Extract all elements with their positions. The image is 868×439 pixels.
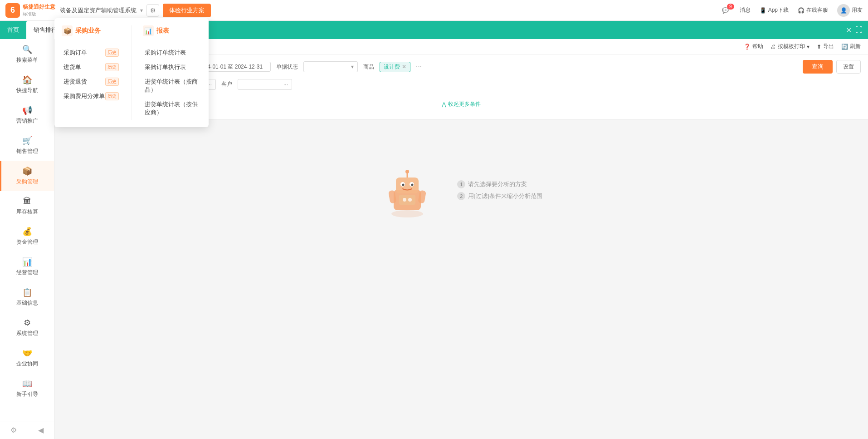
sidebar: 🔍 搜索菜单 🏠 快捷导航 📢 营销推广 🛒 销售管理 📦 采购管理 🏛 库存核…: [0, 39, 54, 439]
sidebar-item-sales[interactable]: 🛒 销售管理: [0, 130, 54, 161]
date-range-field[interactable]: [199, 64, 267, 70]
sidebar-item-system[interactable]: ⚙ 系统管理: [0, 312, 54, 343]
sidebar-item-purchase[interactable]: 📦 采购管理: [0, 161, 54, 191]
user-label: 用友: [852, 6, 863, 14]
svg-rect-2: [396, 178, 419, 193]
sidebar-item-newbie[interactable]: 📖 新手引导: [0, 373, 54, 404]
customer-label: 客户: [221, 80, 232, 88]
report-col: 📊 报表 采购订单统计表 采购订单执行表 进货单统计表（按商品） 进货单统计表（…: [143, 25, 202, 120]
system-title-dropdown-arrow[interactable]: ▾: [140, 7, 143, 14]
empty-content-row: 1 请先选择要分析的方案 2 用[过滤]条件来缩小分析范围: [380, 165, 542, 219]
dropdown-purchase-expense[interactable]: 采购费用分摊单 历史: [62, 89, 121, 104]
logo-icon: 6: [5, 3, 20, 18]
industry-solution-button[interactable]: 体验行业方案: [163, 4, 211, 17]
notification-label: 消息: [740, 6, 751, 14]
sidebar-item-search-menu[interactable]: 🔍 搜索菜单: [0, 39, 54, 69]
sidebar-item-operations[interactable]: 📊 经营管理: [0, 252, 54, 282]
export-btn[interactable]: ⬆ 导出: [817, 43, 834, 50]
hint-2: 2 用[过滤]条件来缩小分析范围: [457, 192, 542, 200]
dropdown-purchase-order-stat[interactable]: 采购订单统计表: [143, 45, 202, 60]
query-button[interactable]: 查询: [803, 60, 833, 74]
goods-tag: 设计费 ✕: [380, 62, 410, 72]
tab-home[interactable]: 首页: [0, 21, 26, 39]
sidebar-label-inventory: 库存核算: [16, 208, 38, 216]
sidebar-label-newbie: 新手引导: [16, 390, 38, 398]
refresh-btn[interactable]: 🔄 刷新: [841, 43, 861, 50]
logo-text: 畅捷通好生意 标准版: [23, 4, 55, 17]
svg-point-8: [405, 170, 409, 173]
doc-status-select[interactable]: ▾: [303, 61, 358, 72]
phone-icon: 📱: [760, 7, 766, 14]
basic-info-icon: 📋: [22, 287, 32, 297]
tab-close-all-icon[interactable]: ✕: [846, 26, 852, 35]
notification-badge: 9: [727, 4, 734, 10]
dropdown-purchase-order[interactable]: 采购订单 历史: [62, 45, 121, 60]
dropdown-purchase-order-exec[interactable]: 采购订单执行表: [143, 60, 202, 74]
sidebar-label-system: 系统管理: [16, 330, 38, 337]
main-layout: 🔍 搜索菜单 🏠 快捷导航 📢 营销推广 🛒 销售管理 📦 采购管理 🏛 库存核…: [0, 39, 868, 439]
inbound-return-history: 历史: [105, 78, 119, 86]
customer-select[interactable]: ···: [238, 79, 292, 90]
online-service-item[interactable]: 🎧 在线客服: [798, 6, 828, 14]
sidebar-settings-icon[interactable]: ⚙: [10, 426, 17, 434]
operations-icon: 📊: [22, 257, 32, 267]
svg-point-13: [408, 198, 412, 202]
svg-rect-11: [399, 195, 415, 205]
goods-tag-close[interactable]: ✕: [402, 64, 406, 70]
collapse-icon: ⋀: [442, 101, 446, 108]
hint-number-1: 1: [457, 180, 465, 188]
hint-text-1: 请先选择要分析的方案: [468, 180, 527, 188]
search-icon: 🔍: [22, 44, 32, 54]
system-settings-button[interactable]: ⚙: [146, 4, 159, 17]
dropdown-inbound-stat-goods[interactable]: 进货单统计表（按商品）: [143, 74, 202, 97]
svg-point-5: [402, 184, 405, 186]
user-item[interactable]: 👤 用友: [837, 4, 863, 17]
logo-area: 6 畅捷通好生意 标准版: [5, 3, 60, 18]
sidebar-collapse-icon[interactable]: ◀: [38, 426, 44, 434]
dropdown-inbound-stat-supplier[interactable]: 进货单统计表（按供应商）: [143, 97, 202, 120]
svg-point-12: [403, 198, 406, 202]
sidebar-item-finance[interactable]: 💰 资金管理: [0, 221, 54, 252]
header-right: 💬 9 消息 📱 App下载 🎧 在线客服 👤 用友: [722, 4, 863, 17]
report-col-title-text: 报表: [156, 27, 169, 35]
sidebar-item-enterprise[interactable]: 🤝 企业协同: [0, 343, 54, 373]
sidebar-label-quick-nav: 快捷导航: [16, 87, 38, 94]
purchase-order-label: 采购订单: [63, 49, 87, 57]
settings-button[interactable]: 设置: [836, 60, 861, 74]
online-service-label: 在线客服: [806, 6, 828, 14]
sidebar-item-quick-nav[interactable]: 🏠 快捷导航: [0, 69, 54, 100]
sidebar-label-sales: 销售管理: [16, 148, 38, 155]
help-label: 帮助: [752, 43, 763, 50]
sidebar-item-marketing[interactable]: 📢 营销推广: [0, 100, 54, 130]
purchase-col-title: 📦 采购业务: [62, 25, 121, 40]
sidebar-label-marketing: 营销推广: [16, 117, 38, 125]
tab-maximize-icon[interactable]: ⛶: [855, 26, 863, 34]
help-btn[interactable]: ❓ 帮助: [744, 43, 763, 50]
avatar: 👤: [837, 4, 850, 17]
sales-icon: 🛒: [22, 136, 32, 146]
refresh-icon: 🔄: [841, 44, 848, 50]
empty-robot-svg: [380, 165, 434, 219]
sidebar-label-finance: 资金管理: [16, 238, 38, 246]
inbound-label: 进货单: [63, 63, 81, 71]
app-download-item[interactable]: 📱 App下载: [760, 6, 789, 14]
app-download-label: App下载: [768, 6, 789, 14]
purchase-icon: 📦: [22, 166, 32, 176]
dropdown-inbound[interactable]: 进货单 历史: [62, 60, 121, 74]
inbound-return-label: 进货退货: [63, 78, 87, 86]
print-btn[interactable]: 🖨 按模板打印 ▾: [770, 43, 809, 50]
tab-bar-actions: ✕ ⛶: [846, 26, 868, 35]
goods-more-btn[interactable]: ···: [416, 63, 422, 71]
system-title-text: 装备及固定资产辅助管理系统: [60, 6, 137, 15]
export-label: 导出: [823, 43, 834, 50]
sidebar-item-basic-info[interactable]: 📋 基础信息: [0, 282, 54, 312]
edition-label: 标准版: [23, 11, 55, 17]
dropdown-inbound-return[interactable]: 进货退货 历史: [62, 74, 121, 89]
hint-number-2: 2: [457, 192, 465, 200]
purchase-col-title-text: 采购业务: [75, 27, 101, 35]
enterprise-icon: 🤝: [22, 348, 32, 358]
sidebar-item-inventory[interactable]: 🏛 库存核算: [0, 191, 54, 221]
goods-label: 商品: [363, 63, 374, 71]
notification-item[interactable]: 💬 9 消息: [722, 6, 751, 14]
help-icon: ❓: [744, 44, 751, 50]
